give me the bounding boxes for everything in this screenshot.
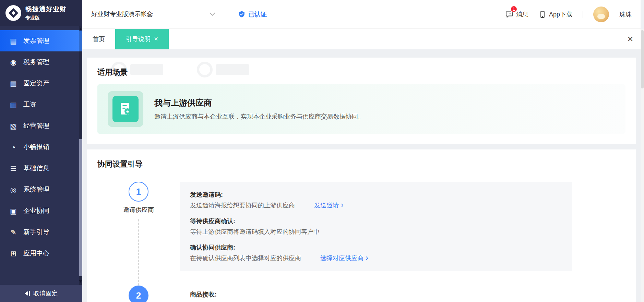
- fixed-assets-icon: ▦: [9, 80, 18, 87]
- sidebar-item-label: 系统管理: [23, 185, 49, 194]
- account-name: 好业财专业版演示帐套: [91, 10, 153, 18]
- step1-item-wait-confirm: 等待供应商确认: 等待上游供应商将邀请码填入对应的协同客户中: [190, 217, 562, 236]
- sidebar-item-system[interactable]: ◎ 系统管理: [0, 179, 82, 200]
- main-content: 适用场景 ★ 我与上游供应商 邀请上游供应商与本: [82, 49, 641, 302]
- svg-text:★: ★: [126, 109, 130, 114]
- collaboration-icon: ▣: [9, 207, 18, 215]
- unpin-button[interactable]: 取消固定: [0, 285, 82, 302]
- document-star-icon: ★: [112, 96, 139, 122]
- certified-badge: 已认证: [238, 10, 267, 19]
- step1-content: 发送邀请码: 发送邀请海报给想要协同的上游供应商 发送邀请 等待供应商确认:: [180, 182, 572, 271]
- step1-item-send-code: 发送邀请码: 发送邀请海报给想要协同的上游供应商 发送邀请: [190, 191, 562, 209]
- sidebar-item-reimbursement[interactable]: ◔ 小畅报销: [0, 136, 82, 158]
- step2-circle: 2: [129, 286, 148, 302]
- step2-content: 商品接收:: [180, 286, 572, 302]
- supplier-doc-tile: ★: [108, 91, 143, 127]
- app-center-icon: ⊞: [9, 250, 18, 257]
- sidebar-item-label: 经营管理: [23, 121, 49, 130]
- divider: [583, 11, 583, 18]
- send-invite-link[interactable]: 发送邀请: [314, 201, 344, 209]
- step1-circle: 1: [129, 182, 148, 202]
- sidebar-item-invoice[interactable]: ▤ 发票管理: [0, 30, 82, 51]
- salary-icon: ▥: [9, 101, 18, 108]
- item-title: 等待供应商确认:: [190, 217, 562, 225]
- sidebar-item-label: 小畅报销: [23, 143, 49, 152]
- close-tab-icon[interactable]: [154, 35, 158, 43]
- sidebar-item-app-center[interactable]: ⊞ 应用中心: [0, 243, 82, 264]
- sidebar-scroll-thumb[interactable]: [79, 139, 82, 276]
- item-desc: 在待确认供应商列表中选择对应的供应商: [190, 254, 301, 262]
- step1-indicator: 1 邀请供应商: [97, 182, 180, 271]
- chevron-right-icon: [363, 254, 368, 262]
- tab-home-label: 首页: [93, 35, 105, 43]
- sidebar-item-fixed-assets[interactable]: ▦ 固定资产: [0, 73, 82, 94]
- select-supplier-link[interactable]: 选择对应供应商: [320, 254, 368, 262]
- step1-label: 邀请供应商: [123, 206, 154, 214]
- scroll-up-icon[interactable]: [79, 28, 82, 31]
- sidebar: 畅捷通好业财 专业版 ▤ 发票管理 ◉ 税务管理 ▦ 固定资产 ▥ 工资 ▧: [0, 0, 82, 302]
- page-scrollbar[interactable]: [641, 29, 644, 302]
- step2-indicator: 2: [97, 286, 180, 302]
- collapse-icon: [25, 291, 30, 296]
- scroll-down-icon[interactable]: [79, 280, 82, 283]
- logo-subtitle: 专业版: [25, 15, 67, 21]
- messages-count-badge: 1: [510, 5, 517, 13]
- tab-guide-label: 引导说明: [126, 35, 151, 43]
- topbar: 好业财专业版演示帐套 已认证 1 消息: [82, 0, 641, 29]
- sidebar-item-label: 应用中心: [23, 249, 49, 258]
- unpin-label: 取消固定: [33, 289, 58, 298]
- account-selector[interactable]: 好业财专业版演示帐套: [91, 7, 215, 22]
- sidebar-item-basic-info[interactable]: ☰ 基础信息: [0, 158, 82, 179]
- item-title: 确认协同供应商:: [190, 243, 562, 252]
- logo-title: 畅捷通好业财: [25, 5, 67, 14]
- scenario-title: 我与上游供应商: [154, 97, 364, 108]
- tab-guide[interactable]: 引导说明: [115, 29, 169, 49]
- tab-home[interactable]: 首页: [82, 29, 115, 49]
- avatar[interactable]: [593, 7, 609, 22]
- tab-bar: 首页 引导说明: [82, 29, 641, 49]
- topbar-actions: 1 消息 App下载 珠珠: [505, 7, 632, 22]
- scenario-text: 我与上游供应商 邀请上游供应商与本企业互联，实现本企业采购业务与供应商交易数据协…: [154, 97, 364, 121]
- sidebar-item-label: 发票管理: [23, 36, 49, 45]
- messages-button[interactable]: 1 消息: [505, 10, 528, 19]
- scenario-section: 适用场景 ★ 我与上游供应商 邀请上游供应商与本: [87, 58, 636, 144]
- guide-icon: ✎: [9, 229, 18, 236]
- app-download-button[interactable]: App下载: [539, 10, 572, 19]
- section-title-scenarios: 适用场景: [97, 67, 625, 77]
- sidebar-item-label: 工资: [23, 100, 36, 109]
- section-title-guide: 协同设置引导: [97, 159, 625, 169]
- sidebar-item-tax[interactable]: ◉ 税务管理: [0, 51, 82, 73]
- page-scroll-thumb[interactable]: [641, 30, 644, 88]
- close-all-tabs-icon[interactable]: [628, 34, 633, 44]
- guide-section: 协同设置引导 1 邀请供应商 发送邀请码: 发送邀请海报给想要协同的上游供应商: [87, 149, 636, 302]
- sidebar-item-label: 企业协同: [23, 206, 49, 215]
- step2-item-title: 商品接收:: [190, 290, 562, 299]
- reimbursement-icon: ◔: [9, 144, 18, 151]
- sidebar-item-label: 固定资产: [23, 79, 49, 88]
- sidebar-scrollbar[interactable]: [79, 26, 82, 285]
- sidebar-item-beginner-guide[interactable]: ✎ 新手引导: [0, 221, 82, 243]
- item-desc: 等待上游供应商将邀请码填入对应的协同客户中: [190, 228, 320, 236]
- steps: 1 邀请供应商 发送邀请码: 发送邀请海报给想要协同的上游供应商 发送邀请: [97, 182, 625, 302]
- sidebar-item-label: 基础信息: [23, 164, 49, 173]
- step1-row: 1 邀请供应商 发送邀请码: 发送邀请海报给想要协同的上游供应商 发送邀请: [97, 182, 625, 271]
- username[interactable]: 珠珠: [619, 10, 632, 19]
- sidebar-item-salary[interactable]: ▥ 工资: [0, 94, 82, 115]
- logo-text: 畅捷通好业财 专业版: [25, 5, 67, 21]
- phone-icon: [539, 10, 546, 19]
- step2-row: 2 商品接收:: [97, 286, 625, 302]
- basic-info-icon: ☰: [9, 165, 18, 172]
- operations-icon: ▧: [9, 122, 18, 130]
- sidebar-nav: ▤ 发票管理 ◉ 税务管理 ▦ 固定资产 ▥ 工资 ▧ 经营管理 ◔ 小畅报销: [0, 30, 82, 264]
- sidebar-item-collaboration[interactable]: ▣ 企业协同: [0, 200, 82, 221]
- shield-icon: [238, 10, 246, 19]
- sidebar-item-label: 税务管理: [23, 58, 49, 67]
- scenario-card: ★ 我与上游供应商 邀请上游供应商与本企业互联，实现本企业采购业务与供应商交易数…: [97, 84, 625, 134]
- app-logo: 畅捷通好业财 专业版: [0, 0, 82, 26]
- chevron-down-icon: [210, 12, 215, 16]
- sidebar-item-operations[interactable]: ▧ 经营管理: [0, 115, 82, 136]
- app-download-label: App下载: [549, 10, 572, 19]
- sidebar-item-label: 新手引导: [23, 228, 49, 237]
- system-icon: ◎: [9, 186, 18, 193]
- step1-item-confirm-supplier: 确认协同供应商: 在待确认供应商列表中选择对应的供应商 选择对应供应商: [190, 243, 562, 262]
